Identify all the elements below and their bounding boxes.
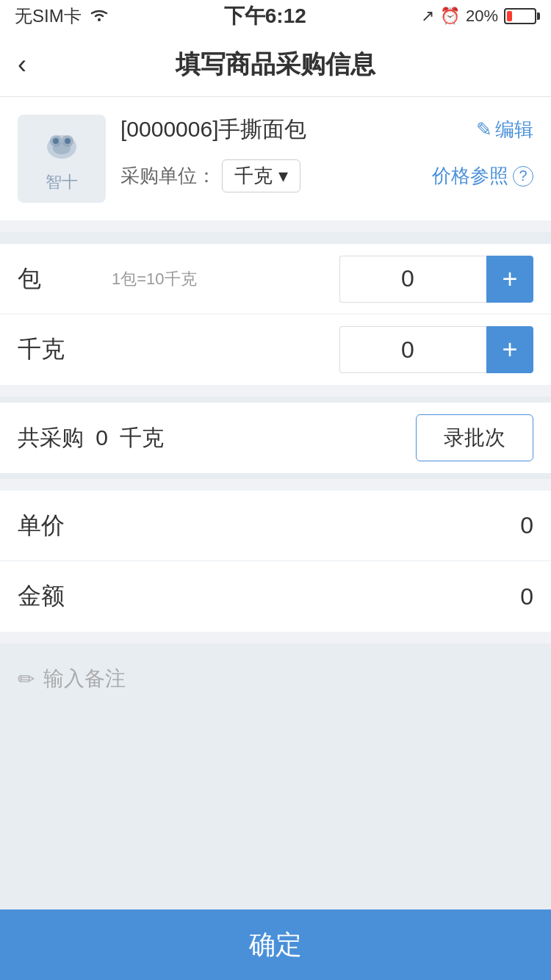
kg-plus-button[interactable]: + (486, 326, 533, 373)
edit-icon: ✎ (476, 118, 492, 141)
kg-label: 千克 (18, 334, 106, 366)
product-logo-label: 智十 (46, 171, 78, 193)
status-left: 无SIM卡 (15, 4, 109, 28)
product-card: 智十 [0000006]手撕面包 ✎ 编辑 采购单位： 千克 ▾ (0, 97, 551, 220)
product-name-row: [0000006]手撕面包 ✎ 编辑 (120, 115, 533, 145)
bag-input-row: 包 1包=10千克 + (0, 244, 551, 314)
bag-input-right: + (339, 256, 533, 303)
bag-plus-button[interactable]: + (486, 256, 533, 303)
confirm-label: 确定 (249, 927, 302, 963)
kg-input[interactable] (339, 326, 486, 373)
price-ref-button[interactable]: 价格参照 ? (432, 163, 533, 189)
battery-percent: 20% (466, 7, 498, 26)
separator-1 (0, 232, 551, 244)
status-right: ↗ ⏰ 20% (421, 7, 536, 26)
separator-3 (0, 473, 551, 479)
status-bar: 无SIM卡 下午6:12 ↗ ⏰ 20% (0, 0, 551, 32)
location-icon: ↗ (421, 7, 434, 26)
price-ref-label: 价格参照 (432, 163, 508, 189)
price-section: 单价 0 金额 0 (0, 491, 551, 632)
summary-unit: 千克 (120, 425, 164, 450)
product-unit-row: 采购单位： 千克 ▾ 价格参照 ? (120, 159, 533, 192)
product-name: [0000006]手撕面包 (120, 115, 306, 145)
separator-2 (0, 397, 551, 403)
product-logo-icon (40, 125, 84, 168)
dropdown-icon: ▾ (278, 165, 288, 187)
unit-price-row: 单价 0 (0, 491, 551, 561)
unit-price-label: 单价 (18, 510, 65, 542)
alarm-icon: ⏰ (440, 7, 460, 26)
carrier-label: 无SIM卡 (15, 4, 82, 28)
battery-fill (507, 11, 512, 21)
summary-section: 共采购 0 千克 录批次 (0, 397, 551, 479)
confirm-button[interactable]: 确定 (0, 909, 551, 980)
bag-plus-icon: + (502, 264, 517, 295)
amount-value: 0 (520, 583, 533, 610)
edit-label: 编辑 (495, 117, 533, 143)
product-image: 智十 (18, 115, 106, 203)
batch-label: 录批次 (444, 424, 505, 452)
svg-point-0 (98, 18, 101, 21)
amount-label: 金额 (18, 580, 65, 613)
unit-select[interactable]: 千克 ▾ (222, 159, 300, 192)
bag-sublabel: 1包=10千克 (112, 268, 197, 290)
note-icon: ✏ (18, 667, 35, 691)
wifi-icon (89, 6, 109, 26)
amount-row: 金额 0 (0, 561, 551, 632)
note-section[interactable]: ✏ 输入备注 (0, 644, 551, 714)
unit-price-value: 0 (520, 512, 533, 539)
batch-button[interactable]: 录批次 (416, 414, 533, 461)
note-input[interactable]: 输入备注 (43, 665, 126, 693)
nav-bar: ‹ 填写商品采购信息 (0, 32, 551, 97)
svg-point-6 (53, 143, 71, 154)
summary-quantity: 0 (96, 425, 108, 450)
content-filler (0, 714, 551, 920)
battery-icon (504, 8, 536, 24)
kg-plus-icon: + (502, 334, 517, 365)
help-icon: ? (513, 166, 533, 187)
kg-input-row: 千克 + (0, 314, 551, 385)
unit-label: 采购单位： (120, 163, 216, 189)
bag-input[interactable] (339, 256, 486, 303)
summary-prefix: 共采购 (18, 425, 84, 450)
back-button[interactable]: ‹ (18, 49, 26, 80)
product-info: [0000006]手撕面包 ✎ 编辑 采购单位： 千克 ▾ 价格参照 ? (120, 115, 533, 192)
status-time: 下午6:12 (224, 2, 306, 30)
edit-button[interactable]: ✎ 编辑 (476, 117, 533, 143)
summary-row: 共采购 0 千克 录批次 (0, 403, 551, 473)
input-section: 包 1包=10千克 + 千克 + (0, 244, 551, 385)
bag-label: 包 (18, 263, 106, 295)
page-title: 填写商品采购信息 (176, 48, 375, 82)
kg-input-right: + (339, 326, 533, 373)
summary-text: 共采购 0 千克 (18, 423, 164, 453)
unit-value: 千克 (234, 163, 273, 189)
